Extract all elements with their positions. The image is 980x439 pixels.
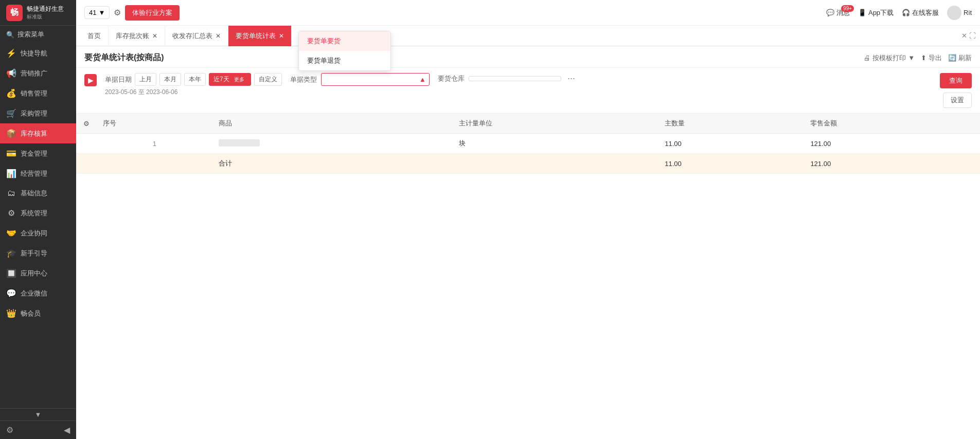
sidebar-item-purchase[interactable]: 🛒采购管理 bbox=[0, 103, 76, 123]
date-btn-last-month[interactable]: 上月 bbox=[135, 73, 156, 86]
date-filter-group: 单据日期 上月 本月 本年 近7天 更多 自定义 2023-05-06 至 20… bbox=[105, 73, 282, 97]
col-product: 商品 bbox=[212, 114, 453, 134]
date-range-display: 2023-05-06 至 2023-06-06 bbox=[105, 88, 177, 97]
filter-bar: ▶ 单据日期 上月 本月 本年 近7天 更多 自定义 2023-05-06 至 … bbox=[76, 68, 980, 114]
table-container: ⚙ 序号 商品 主计量单位 主数量 零售金额 1 块 11.00 121.00 bbox=[76, 114, 980, 174]
tab-close-inventory[interactable]: ✕ bbox=[152, 32, 157, 40]
date-btn-7days[interactable]: 近7天 更多 bbox=[209, 73, 251, 86]
footer-quantity: 11.00 bbox=[658, 154, 804, 174]
wechat-icon: 💬 bbox=[6, 288, 16, 298]
topbar-gear-icon[interactable]: ⚙ bbox=[114, 8, 121, 17]
sidebar-nav: ⚡快捷导航📢营销推广💰销售管理🛒采购管理📦库存核算💳资金管理📊经营管理🗂基础信息… bbox=[0, 43, 76, 408]
data-table: ⚙ 序号 商品 主计量单位 主数量 零售金额 1 块 11.00 121.00 bbox=[76, 114, 980, 174]
filter-actions: 查询 设置 bbox=[940, 73, 972, 108]
row-settings bbox=[76, 134, 97, 154]
system-icon: ⚙ bbox=[6, 208, 16, 218]
sidebar-bottom: ⚙ ◀ bbox=[0, 420, 76, 439]
finance-icon: 💳 bbox=[6, 149, 16, 158]
tabs-bar: 首页库存批次账 ✕收发存汇总表 ✕要货单统计表 ✕✕ ⛶ bbox=[76, 26, 980, 46]
shortcut-icon: ⚡ bbox=[6, 48, 16, 58]
topbar-left: 41 ▼ ⚙ 体验行业方案 bbox=[84, 5, 820, 21]
app-download-btn[interactable]: 📱 App下载 bbox=[858, 8, 894, 17]
tab-expand-icon[interactable]: ⛶ bbox=[969, 32, 976, 40]
page-header-actions: 🖨 按模板打印 ▼ ⬆ 导出 🔄 刷新 bbox=[864, 53, 972, 63]
warehouse-filter-group: 要货仓库 ··· bbox=[438, 73, 577, 84]
type-input-wrap: ▲ bbox=[321, 73, 430, 86]
sidebar-collapse-icon[interactable]: ◀ bbox=[64, 425, 70, 435]
topbar: 41 ▼ ⚙ 体验行业方案 💬 消息 99+ 📱 App下载 🎧 在线客服 bbox=[76, 0, 980, 26]
row-no: 1 bbox=[97, 134, 212, 154]
sidebar-item-guide[interactable]: 🎓新手引导 bbox=[0, 243, 76, 263]
sidebar-item-marketing[interactable]: 📢营销推广 bbox=[0, 63, 76, 83]
col-unit: 主计量单位 bbox=[453, 114, 658, 134]
table-footer-row: 合计 11.00 121.00 bbox=[76, 154, 980, 174]
basic-icon: 🗂 bbox=[6, 189, 16, 198]
row-amount: 121.00 bbox=[804, 134, 980, 154]
filter-more-icon[interactable]: ··· bbox=[565, 73, 577, 84]
tab-requisition[interactable]: 要货单统计表 ✕ bbox=[228, 26, 292, 46]
more-badge: 更多 bbox=[232, 77, 246, 82]
online-service-btn[interactable]: 🎧 在线客服 bbox=[902, 8, 939, 17]
sidebar-item-appstore[interactable]: 🔲应用中心 bbox=[0, 263, 76, 283]
print-arrow-icon: ▼ bbox=[908, 54, 915, 62]
topbar-right: 💬 消息 99+ 📱 App下载 🎧 在线客服 Rit bbox=[826, 6, 972, 20]
sidebar-item-basic[interactable]: 🗂基础信息 bbox=[0, 184, 76, 203]
sidebar-item-system[interactable]: ⚙系统管理 bbox=[0, 203, 76, 223]
sidebar-item-sales[interactable]: 💰销售管理 bbox=[0, 83, 76, 103]
page-card: 要货单统计表(按商品) 🖨 按模板打印 ▼ ⬆ 导出 🔄 刷新 bbox=[76, 46, 980, 439]
search-icon: 🔍 bbox=[6, 31, 14, 39]
sidebar: 畅 畅捷通好生意 标准版 🔍 搜索菜单 ⚡快捷导航📢营销推广💰销售管理🛒采购管理… bbox=[0, 0, 76, 439]
col-settings[interactable]: ⚙ bbox=[76, 114, 97, 134]
settings-btn[interactable]: 设置 bbox=[943, 93, 972, 108]
type-dropdown-menu: 要货单要货 要货单退货 bbox=[298, 46, 391, 71]
col-amount: 零售金额 bbox=[804, 114, 980, 134]
col-quantity: 主数量 bbox=[658, 114, 804, 134]
user-avatar[interactable]: Rit bbox=[947, 6, 972, 20]
tab-close-requisition[interactable]: ✕ bbox=[279, 32, 284, 40]
date-btn-this-month[interactable]: 本月 bbox=[159, 73, 181, 86]
sidebar-item-operations[interactable]: 📊经营管理 bbox=[0, 163, 76, 184]
trial-btn[interactable]: 体验行业方案 bbox=[125, 5, 180, 21]
store-dropdown[interactable]: 41 ▼ bbox=[84, 6, 110, 19]
filter-expand-btn[interactable]: ▶ bbox=[84, 74, 97, 86]
type-dropdown-arrow[interactable]: ▲ bbox=[416, 74, 429, 85]
date-btn-custom[interactable]: 自定义 bbox=[254, 73, 282, 86]
warehouse-input[interactable] bbox=[469, 76, 561, 81]
avatar-img bbox=[947, 6, 961, 20]
service-icon: 🎧 bbox=[902, 9, 910, 16]
page-body: 要货单统计表(按商品) 🖨 按模板打印 ▼ ⬆ 导出 🔄 刷新 bbox=[76, 46, 980, 439]
sidebar-item-member[interactable]: 👑畅会员 bbox=[0, 303, 76, 323]
tab-close-receivable[interactable]: ✕ bbox=[216, 32, 221, 40]
sidebar-item-finance[interactable]: 💳资金管理 bbox=[0, 143, 76, 163]
date-label: 单据日期 bbox=[105, 75, 132, 84]
sidebar-search[interactable]: 🔍 搜索菜单 bbox=[0, 26, 76, 43]
store-value: 41 bbox=[89, 9, 96, 16]
sidebar-scroll-down[interactable]: ▼ bbox=[0, 408, 76, 420]
row-unit: 块 bbox=[453, 134, 658, 154]
sidebar-header: 畅 畅捷通好生意 标准版 bbox=[0, 0, 76, 26]
table-header-row: ⚙ 序号 商品 主计量单位 主数量 零售金额 bbox=[76, 114, 980, 134]
tab-receivable[interactable]: 收发存汇总表 ✕ bbox=[165, 26, 228, 46]
sidebar-settings-icon[interactable]: ⚙ bbox=[6, 425, 13, 435]
sidebar-item-enterprise[interactable]: 🤝企业协同 bbox=[0, 223, 76, 243]
appstore-icon: 🔲 bbox=[6, 268, 16, 278]
print-btn[interactable]: 🖨 按模板打印 ▼ bbox=[864, 53, 915, 63]
export-btn[interactable]: ⬆ 导出 bbox=[921, 53, 942, 63]
app-logo: 畅 bbox=[6, 5, 23, 21]
sidebar-item-shortcut[interactable]: ⚡快捷导航 bbox=[0, 43, 76, 63]
purchase-icon: 🛒 bbox=[6, 108, 16, 118]
sidebar-item-inventory[interactable]: 📦库存核算 bbox=[0, 123, 76, 143]
type-input[interactable] bbox=[322, 74, 416, 85]
refresh-btn[interactable]: 🔄 刷新 bbox=[948, 53, 972, 63]
dropdown-item-requisition[interactable]: 要货单要货 bbox=[299, 46, 390, 51]
tab-close-all-icon[interactable]: ✕ bbox=[961, 32, 967, 40]
type-filter-group: 单据类型 ▲ bbox=[290, 73, 430, 86]
dropdown-item-return[interactable]: 要货单退货 bbox=[299, 51, 390, 70]
query-btn[interactable]: 查询 bbox=[940, 73, 972, 88]
date-btn-this-year[interactable]: 本年 bbox=[184, 73, 206, 86]
tab-inventory[interactable]: 库存批次账 ✕ bbox=[109, 26, 165, 46]
sidebar-item-wechat[interactable]: 💬企业微信 bbox=[0, 283, 76, 303]
refresh-icon: 🔄 bbox=[948, 54, 956, 62]
tab-home[interactable]: 首页 bbox=[80, 26, 109, 46]
messages-btn[interactable]: 💬 消息 99+ bbox=[826, 8, 850, 17]
